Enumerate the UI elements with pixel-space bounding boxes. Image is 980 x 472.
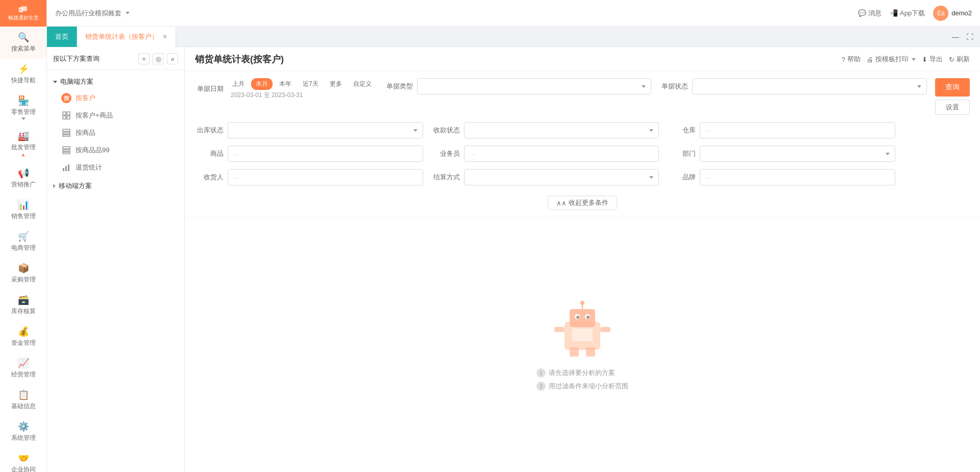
message-btn[interactable]: 💬 消息 (858, 9, 881, 18)
sales-icon: 📊 (18, 199, 29, 210)
collapse-filters-btn[interactable]: ∧∧ 收起更多条件 (548, 196, 617, 210)
warehouse-label: 仓库 (667, 126, 696, 135)
svg-rect-6 (67, 116, 70, 119)
department-select[interactable] (700, 146, 895, 162)
sidebar-item-finance[interactable]: 💰 资金管理 (0, 321, 46, 352)
sidebar-item-ecommerce[interactable]: 🛒 电商管理 (0, 226, 46, 257)
sidebar-item-inventory[interactable]: 🗃️ 库存核算 (0, 289, 46, 321)
desktop-group-title[interactable]: 电脑端方案 (47, 74, 184, 89)
warehouse-select[interactable]: ··· (700, 122, 895, 138)
date-btn-custom[interactable]: 自定义 (349, 78, 376, 90)
date-btn-this-year[interactable]: 本年 (275, 78, 296, 90)
help-btn[interactable]: ? 帮助 (842, 55, 861, 64)
tab-bar: 首页 销货单统计表（按客户） ✕ — ⛶ (47, 27, 980, 47)
doc-type-select[interactable] (417, 78, 652, 95)
scheme-active-icon: 按 (61, 93, 71, 103)
scheme-item-return-stat[interactable]: 退货统计 (47, 159, 184, 176)
export-btn[interactable]: ⬇ 导出 (922, 55, 943, 64)
marketing-icon: 📢 (18, 168, 29, 179)
tab-home[interactable]: 首页 (47, 27, 77, 47)
svg-rect-1 (21, 6, 27, 11)
svg-point-21 (586, 316, 590, 319)
settlement-dropdown-icon (649, 176, 653, 179)
user-profile[interactable]: Ea demo2 (933, 6, 972, 21)
sidebar-item-search[interactable]: 🔍 搜索菜单 (0, 27, 46, 58)
maximize-tab-btn[interactable]: ⛶ (964, 31, 976, 43)
scheme-table-icon (61, 128, 71, 138)
sidebar-item-operations[interactable]: 📈 经营管理 (0, 352, 46, 384)
message-icon: 💬 (858, 9, 866, 17)
empty-illustration (547, 299, 618, 360)
scheme-bar-icon (61, 162, 71, 173)
date-shortcuts: 上月 本月 本年 近7天 更多 自定义 (228, 78, 376, 90)
sidebar-item-system[interactable]: ⚙️ 系统管理 (0, 416, 46, 447)
receiver-select[interactable]: ··· (228, 169, 423, 185)
sidebar-item-quicknav[interactable]: ⚡ 快捷导航 (0, 58, 46, 90)
receipt-status-select[interactable] (464, 122, 659, 138)
date-btn-last-7[interactable]: 近7天 (298, 78, 323, 90)
svg-rect-25 (600, 327, 610, 332)
product-label: 商品 (195, 149, 224, 158)
sidebar-item-basic[interactable]: 📋 基础信息 (0, 384, 46, 416)
top-header: 办公用品行业模拟账套 💬 消息 📲 App下载 Ea demo2 (47, 0, 980, 27)
sidebar-item-sales[interactable]: 📊 销售管理 (0, 194, 46, 226)
export-icon: ⬇ (922, 56, 927, 63)
scheme-item-by-customer[interactable]: 按 按客户 (47, 89, 184, 107)
date-btn-this-month[interactable]: 本月 (251, 78, 273, 90)
mobile-group-title[interactable]: 移动端方案 (47, 178, 184, 194)
workspace-selector[interactable]: 办公用品行业模拟账套 (55, 9, 130, 18)
avatar: Ea (933, 6, 948, 21)
svg-rect-3 (63, 112, 66, 115)
close-tab-icon[interactable]: ✕ (162, 33, 167, 40)
add-scheme-btn[interactable]: + (138, 53, 150, 64)
settings-button[interactable]: 设置 (935, 100, 970, 115)
department-dropdown-icon (886, 153, 890, 155)
svg-rect-7 (63, 129, 70, 131)
print-dropdown-icon (912, 58, 916, 61)
svg-rect-8 (63, 132, 70, 134)
enterprise-icon: 🤝 (18, 453, 29, 464)
page-title: 销货单统计表(按客户) (195, 53, 284, 65)
scheme-item-by-product-99[interactable]: 按商品品99 (47, 141, 184, 159)
page-title-bar: 销货单统计表(按客户) ? 帮助 🖨 按模板打印 ⬇ 导出 (185, 47, 980, 71)
brand-select[interactable]: ··· (700, 169, 895, 185)
content-area: 按以下方案查询 + ◎ « 电脑端方案 按 按客户 (47, 47, 980, 472)
svg-rect-17 (570, 309, 595, 327)
date-btn-more[interactable]: 更多 (325, 78, 347, 90)
date-btn-last-month[interactable]: 上月 (228, 78, 249, 90)
sidebar-item-retail[interactable]: 🏪 零售管理 (0, 90, 46, 125)
mobile-group-icon (53, 184, 56, 188)
sidebar-item-purchase[interactable]: 📦 采购管理 (0, 257, 46, 289)
product-select[interactable]: ··· (228, 146, 423, 162)
salesperson-select[interactable]: ··· (464, 146, 659, 162)
empty-tip-1: 1 请先选择要分析的方案 (536, 368, 628, 377)
scheme-item-by-customer-product[interactable]: 按客户+商品 (47, 107, 184, 124)
sidebar-item-wholesale[interactable]: 🏭 批发管理 ▲ (0, 125, 46, 162)
tab-sales-stat[interactable]: 销货单统计表（按客户） ✕ (77, 27, 176, 47)
logo-icon: 好 (14, 5, 33, 13)
sidebar: 好 畅捷通好生意 🔍 搜索菜单 ⚡ 快捷导航 🏪 零售管理 🏭 批发管理 ▲ 📢… (0, 0, 47, 472)
refresh-btn[interactable]: ↻ 刷新 (949, 55, 970, 64)
settlement-select[interactable] (464, 169, 659, 185)
minimize-tab-btn[interactable]: — (949, 31, 962, 43)
collapse-panel-btn[interactable]: « (167, 53, 178, 64)
refresh-icon: ↻ (949, 56, 954, 63)
svg-text:好: 好 (19, 8, 22, 11)
finance-icon: 💰 (18, 326, 29, 337)
username: demo2 (951, 9, 972, 17)
help-icon: ? (842, 56, 845, 63)
svg-rect-28 (572, 328, 593, 341)
doc-status-label: 单据状态 (659, 82, 688, 91)
edit-scheme-btn[interactable]: ◎ (153, 53, 164, 64)
department-label: 部门 (667, 149, 696, 158)
query-button[interactable]: 查询 (935, 78, 970, 97)
doc-status-select[interactable] (692, 78, 927, 95)
print-btn[interactable]: 🖨 按模板打印 (867, 55, 916, 64)
svg-rect-9 (63, 135, 70, 136)
out-status-select[interactable] (228, 122, 423, 138)
scheme-item-by-product[interactable]: 按商品 (47, 124, 184, 141)
filter-area: 单据日期 上月 本月 本年 近7天 更多 自定义 2023-03-01 至 20… (185, 71, 980, 218)
app-download-btn[interactable]: 📲 App下载 (890, 9, 925, 18)
sidebar-item-enterprise[interactable]: 🤝 企业协同 (0, 447, 46, 472)
sidebar-item-marketing[interactable]: 📢 营销推广 (0, 162, 46, 194)
